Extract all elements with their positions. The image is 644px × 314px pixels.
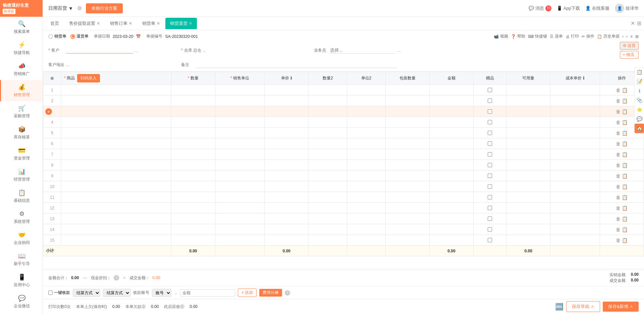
copy-row-button[interactable]: 📋	[621, 194, 628, 201]
delete-row-button[interactable]: 🗑	[615, 151, 621, 158]
tab-order[interactable]: 销售订单 ✕	[105, 18, 137, 29]
side-tool-7[interactable]: 🏠	[635, 124, 644, 133]
delete-row-button[interactable]: 🗑	[615, 215, 621, 222]
pack-qty-cell[interactable]	[385, 96, 429, 106]
gift-checkbox[interactable]	[488, 120, 492, 124]
delete-row-button[interactable]: 🗑	[615, 98, 621, 104]
gift-cell[interactable]	[473, 85, 506, 96]
copy-row-button[interactable]: 📋	[621, 108, 628, 115]
sidebar-item-basic[interactable]: 📋 基础信息	[0, 186, 43, 207]
radio-return[interactable]: 退货单	[70, 34, 89, 39]
add-row-button[interactable]: +	[45, 108, 52, 115]
gift-checkbox[interactable]	[488, 206, 492, 210]
sidebar-item-sales[interactable]: 💰 销售管理	[0, 80, 43, 101]
gift-checkbox[interactable]	[488, 141, 492, 146]
shortcut-btn[interactable]: ⌨ 快捷键	[528, 34, 547, 39]
calc-method-select[interactable]: 结算方式	[73, 289, 100, 297]
delete-row-button[interactable]: 🗑	[615, 108, 621, 115]
copy-row-button[interactable]: 📋	[621, 140, 628, 147]
col-gear[interactable]: ⚙	[43, 72, 61, 85]
qty-cell-active[interactable]	[171, 106, 215, 117]
qty-cell[interactable]	[171, 96, 215, 106]
amount-input[interactable]	[180, 289, 235, 297]
customer-dots[interactable]: ...	[135, 48, 138, 53]
pack-qty-cell[interactable]	[385, 85, 429, 96]
side-tool-3[interactable]: ℹ	[635, 86, 644, 96]
copy-row-button[interactable]: 📋	[621, 87, 628, 93]
tab-home[interactable]: 首页	[46, 18, 64, 29]
sidebar-item-purchase[interactable]: 🛒 采购管理	[0, 101, 43, 122]
price-cell[interactable]	[265, 96, 309, 106]
quick-pay-input[interactable]	[48, 291, 53, 295]
amount-cell[interactable]	[429, 96, 473, 106]
gift-checkbox[interactable]	[488, 152, 492, 156]
print-btn[interactable]: 🖨 打印	[566, 34, 579, 39]
gift-cell[interactable]	[473, 96, 506, 106]
sidebar-item-member[interactable]: V 畅会员	[0, 312, 43, 314]
delete-row-button[interactable]: 🗑	[615, 237, 621, 244]
gift-checkbox[interactable]	[488, 163, 492, 167]
gift-checkbox[interactable]	[488, 216, 492, 221]
grid-view-btn[interactable]: ⊞	[635, 34, 639, 39]
product-cell[interactable]	[61, 85, 171, 96]
calendar-icon[interactable]: 📅	[136, 34, 141, 39]
product-input-active[interactable]	[63, 108, 169, 115]
sidebar-item-quick[interactable]: ⚡ 快捷导航	[0, 38, 43, 59]
tab-order-close[interactable]: ✕	[129, 21, 132, 26]
next-btn[interactable]: ›	[626, 34, 628, 39]
online-service-button[interactable]: 👤 在线客服	[585, 5, 609, 11]
sidebar-item-finance[interactable]: 💳 资金管理	[0, 143, 43, 165]
sidebar-item-wechat[interactable]: 💬 企业微信	[0, 291, 43, 312]
sales-unit-cell[interactable]	[215, 85, 264, 96]
gift-checkbox-active[interactable]	[488, 109, 492, 114]
sidebar-item-operation[interactable]: 📊 经营管理	[0, 165, 43, 186]
delete-row-button[interactable]: 🗑	[615, 183, 621, 190]
sales-unit-cell[interactable]	[215, 96, 264, 106]
cost-price-cell-active[interactable]	[550, 106, 600, 117]
qty-cell[interactable]	[171, 85, 215, 96]
price-cell-active[interactable]	[265, 106, 309, 117]
discount-help-icon[interactable]: ?	[114, 275, 119, 280]
settings-button[interactable]: ⚙ 设置	[620, 42, 639, 50]
prev-btn[interactable]: ‹	[622, 34, 624, 39]
gift-checkbox[interactable]	[488, 131, 492, 135]
trial-button[interactable]: 体验行业方案	[86, 3, 123, 13]
save-draft-button[interactable]: 保存草稿 ∧	[566, 301, 600, 312]
tab-sales[interactable]: 销货单 ✕	[138, 18, 165, 29]
side-tool-6[interactable]: 💬	[635, 114, 644, 124]
sidebar-item-search[interactable]: 🔍 搜索菜单	[0, 17, 43, 38]
account-dots[interactable]: ...	[174, 291, 177, 295]
add-payment-button[interactable]: + 添加	[238, 289, 257, 297]
copy-row-button[interactable]: 📋	[621, 98, 628, 104]
fenyong-help-icon[interactable]: ?	[285, 290, 290, 296]
warehouse-dots[interactable]: ...	[203, 48, 206, 53]
cost-split-button[interactable]: 费用分摊	[259, 289, 282, 297]
topbar-gear-icon[interactable]: ⚙	[77, 5, 82, 11]
delete-row-button[interactable]: 🗑	[615, 140, 621, 147]
qty2-cell-active[interactable]	[309, 106, 347, 117]
pack-qty-cell-active[interactable]	[385, 106, 429, 117]
tab-return[interactable]: 销货退货 ✕	[165, 18, 197, 29]
maximize-button[interactable]: ⊞	[637, 20, 641, 26]
amount-cell[interactable]	[429, 85, 473, 96]
gift-cell-active[interactable]	[473, 106, 506, 117]
copy-row-button[interactable]: 📋	[621, 162, 628, 169]
customer-input[interactable]	[66, 47, 133, 54]
calc-method-select2[interactable]: 结算方式	[103, 289, 130, 297]
gift-checkbox[interactable]	[488, 195, 492, 199]
logistics-button[interactable]: + 物流	[620, 51, 639, 59]
sidebar-item-marketing[interactable]: 📣 营销推广	[0, 59, 43, 80]
unit2-cell[interactable]	[347, 85, 386, 96]
operate-btn[interactable]: ✏ 操作	[582, 34, 594, 39]
copy-row-button[interactable]: 📋	[621, 183, 628, 190]
copy-row-button[interactable]: 📋	[621, 119, 628, 126]
unit2-cell[interactable]	[347, 96, 386, 106]
scan-button[interactable]: 扫码录入	[77, 74, 100, 82]
copy-row-button[interactable]: 📋	[621, 215, 628, 222]
sidebar-item-guide[interactable]: 📖 新手引导	[0, 249, 43, 270]
delete-row-button[interactable]: 🗑	[615, 119, 621, 126]
history-btn[interactable]: 📋 历史单据	[597, 34, 620, 39]
tab-return-close[interactable]: ✕	[189, 21, 192, 26]
module-select[interactable]: 日用百货 ▼	[48, 5, 73, 11]
sidebar-item-collab[interactable]: 🤝 企业协同	[0, 228, 43, 249]
